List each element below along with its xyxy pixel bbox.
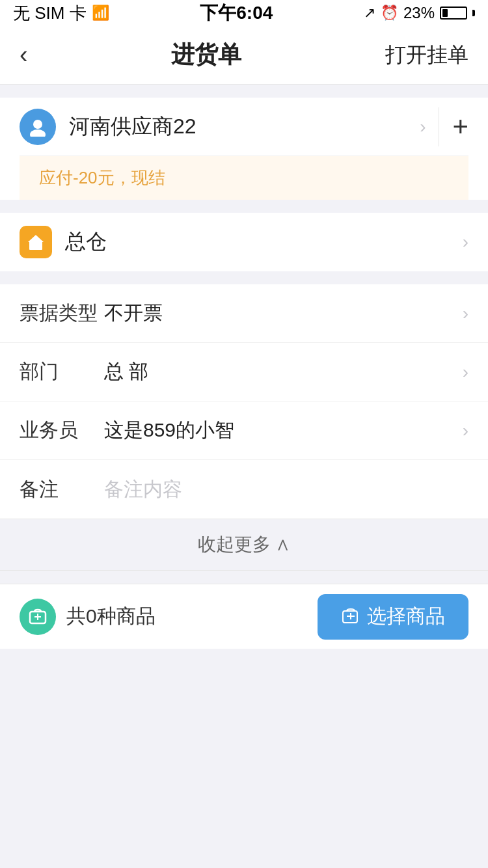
gap-2 xyxy=(0,200,488,213)
battery-percent: 23% xyxy=(403,4,435,22)
remark-label: 备注 xyxy=(20,476,98,503)
status-right: ↗ ⏰ 23% xyxy=(364,4,475,22)
svg-marker-3 xyxy=(28,235,44,242)
department-chevron-icon: › xyxy=(463,362,468,383)
select-goods-button[interactable]: 选择商品 xyxy=(318,594,468,640)
supplier-avatar xyxy=(20,109,56,145)
back-button[interactable]: ‹ xyxy=(20,41,28,69)
notice-bar: 应付-20元，现结 xyxy=(20,156,468,200)
gap-1 xyxy=(0,85,488,98)
nav-bar: ‹ 进货单 打开挂单 xyxy=(0,26,488,85)
form-section: 票据类型 不开票 › 部门 总 部 › 业务员 这是859的小智 › 备注 备注… xyxy=(0,284,488,519)
carrier-label: 无 SIM 卡 xyxy=(13,2,87,25)
alarm-icon: ⏰ xyxy=(381,5,398,21)
supplier-name: 河南供应商22 xyxy=(69,113,420,141)
salesperson-label: 业务员 xyxy=(20,417,98,444)
add-supplier-button[interactable]: + xyxy=(439,107,468,146)
remark-row[interactable]: 备注 备注内容 xyxy=(0,460,488,519)
time-label: 下午6:04 xyxy=(200,1,273,25)
invoice-type-label: 票据类型 xyxy=(20,300,98,327)
supplier-row[interactable]: 河南供应商22 › + xyxy=(20,98,468,156)
select-goods-label: 选择商品 xyxy=(367,603,445,630)
department-value: 总 部 xyxy=(104,359,456,385)
battery-indicator xyxy=(440,7,467,20)
invoice-chevron-icon: › xyxy=(463,303,468,324)
location-icon: ↗ xyxy=(364,5,375,21)
collapse-text: 收起更多 ∧ xyxy=(198,532,291,557)
invoice-type-row[interactable]: 票据类型 不开票 › xyxy=(0,284,488,343)
salesperson-row[interactable]: 业务员 这是859的小智 › xyxy=(0,401,488,460)
bottom-bar: 共0种商品 选择商品 xyxy=(0,584,488,649)
warehouse-chevron-icon: › xyxy=(463,232,468,252)
cart-count-text: 共0种商品 xyxy=(66,603,318,630)
battery-cap xyxy=(472,10,475,16)
notice-text: 应付-20元，现结 xyxy=(39,168,165,187)
salesperson-value: 这是859的小智 xyxy=(104,417,456,444)
svg-rect-2 xyxy=(29,241,42,250)
svg-point-1 xyxy=(30,129,46,137)
cart-icon-wrap xyxy=(20,599,56,635)
page-title: 进货单 xyxy=(171,39,241,71)
invoice-type-value: 不开票 xyxy=(104,300,456,327)
department-label: 部门 xyxy=(20,359,98,385)
collapse-bar[interactable]: 收起更多 ∧ xyxy=(0,519,488,571)
page-background xyxy=(0,649,488,844)
salesperson-chevron-icon: › xyxy=(463,420,468,441)
status-left: 无 SIM 卡 📶 xyxy=(13,2,109,25)
warehouse-name: 总仓 xyxy=(65,228,463,256)
department-row[interactable]: 部门 总 部 › xyxy=(0,343,488,401)
gap-3 xyxy=(0,271,488,284)
warehouse-icon xyxy=(20,226,52,258)
svg-point-0 xyxy=(33,120,42,129)
open-pending-button[interactable]: 打开挂单 xyxy=(385,41,468,70)
remark-input[interactable]: 备注内容 xyxy=(104,476,468,503)
warehouse-row[interactable]: 总仓 › xyxy=(0,213,488,271)
supplier-chevron-icon: › xyxy=(420,116,426,137)
supplier-section: 河南供应商22 › + 应付-20元，现结 xyxy=(0,98,488,200)
status-bar: 无 SIM 卡 📶 下午6:04 ↗ ⏰ 23% xyxy=(0,0,488,26)
wifi-icon: 📶 xyxy=(92,5,109,21)
gap-4 xyxy=(0,571,488,584)
warehouse-section: 总仓 › xyxy=(0,213,488,271)
